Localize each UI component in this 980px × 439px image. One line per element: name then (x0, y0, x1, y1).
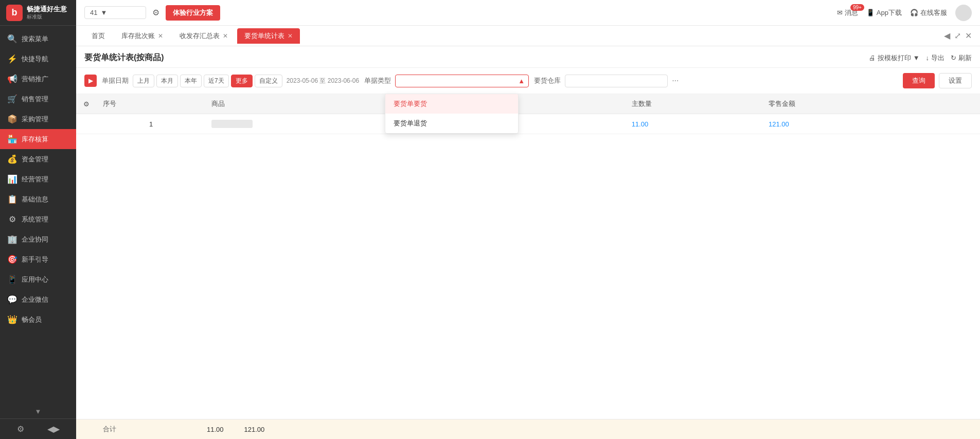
sidebar-item-label: 采购管理 (22, 115, 48, 124)
date-more-btn[interactable]: 更多 (231, 75, 253, 87)
sidebar-item-basic[interactable]: 📋 基础信息 (0, 189, 76, 209)
tab-expand-icon[interactable]: ⤢ (954, 31, 961, 41)
sidebar-item-label: 系统管理 (22, 215, 48, 224)
sidebar-item-operation[interactable]: 📊 经营管理 (0, 169, 76, 189)
topbar-right: ✉ 消息 99+ 📱 App下载 🎧 在线客服 (837, 5, 972, 21)
dropdown-item-order-req[interactable]: 要货单要货 (385, 94, 518, 114)
footer-label: 合计 (82, 425, 116, 434)
print-button[interactable]: 🖨 按模板打印 ▼ (869, 53, 920, 63)
tab-order-summary[interactable]: 要货单统计表 ✕ (237, 28, 300, 44)
sidebar-item-member[interactable]: 👑 畅会员 (0, 309, 76, 330)
wechat-icon: 💬 (7, 295, 17, 304)
warehouse-input[interactable] (565, 75, 668, 87)
refresh-button[interactable]: ↻ 刷新 (951, 53, 972, 63)
trial-button[interactable]: 体验行业方案 (166, 5, 220, 21)
gear-icon[interactable]: ⚙ (152, 8, 159, 17)
goods-blurred-text (211, 120, 253, 128)
amount-link[interactable]: 121.00 (769, 120, 789, 128)
sidebar-item-label: 企业微信 (22, 295, 48, 304)
mobile-icon: 📱 (866, 9, 875, 16)
warehouse-label: 要货仓库 (534, 76, 561, 85)
app-download-button[interactable]: 📱 App下载 (866, 8, 902, 17)
page-content: 要货单统计表(按商品) 🖨 按模板打印 ▼ ↓ 导出 ↻ 刷新 ▶ (76, 46, 980, 439)
date-curr-year-btn[interactable]: 本年 (180, 75, 202, 87)
tab-label: 要货单统计表 (244, 31, 284, 41)
sidebar-item-label: 应用中心 (22, 275, 48, 284)
export-icon: ↓ (926, 54, 930, 62)
messages-button[interactable]: ✉ 消息 99+ (837, 8, 858, 17)
warehouse-filter-section: 要货仓库 ··· (534, 75, 679, 87)
sidebar-item-label: 资金管理 (22, 155, 48, 164)
close-icon[interactable]: ✕ (223, 32, 228, 40)
sidebar-item-system[interactable]: ⚙ 系统管理 (0, 209, 76, 229)
sidebar-item-label: 经营管理 (22, 175, 48, 184)
export-button[interactable]: ↓ 导出 (926, 53, 945, 63)
sidebar-item-guide[interactable]: 🎯 新手引导 (0, 249, 76, 269)
more-options-icon[interactable]: ··· (672, 76, 679, 85)
tab-label: 库存批次账 (121, 31, 155, 41)
sidebar: b 畅捷通好生意 标准版 🔍 搜索菜单 ⚡ 快捷导航 📢 营销推广 🛒 销售管理… (0, 0, 76, 439)
sidebar-item-label: 畅会员 (22, 315, 42, 324)
type-input-wrapper: ▲ (395, 75, 529, 87)
brand-version: 标准版 (27, 13, 67, 20)
main-area: 41 ▼ ⚙ 体验行业方案 ✉ 消息 99+ 📱 App下载 🎧 在线客服 首页 (76, 0, 980, 439)
filter-expand-button[interactable]: ▶ (84, 75, 97, 87)
online-service-button[interactable]: 🎧 在线客服 (910, 8, 947, 17)
cell-spacer (928, 114, 980, 134)
table-row: 1 块 11.00 121.00 (76, 114, 980, 134)
table-footer: 合计 11.00 121.00 (76, 419, 980, 439)
message-icon: ✉ (837, 9, 843, 16)
settings-icon[interactable]: ⚙ (17, 424, 24, 434)
date-7days-btn[interactable]: 近7天 (204, 75, 229, 87)
filter-settings-button[interactable]: 设置 (939, 73, 972, 88)
page-header: 要货单统计表(按商品) 🖨 按模板打印 ▼ ↓ 导出 ↻ 刷新 (76, 46, 980, 68)
sidebar-scroll-down[interactable]: ▼ (0, 405, 76, 418)
sidebar-item-finance[interactable]: 💰 资金管理 (0, 149, 76, 169)
page-title: 要货单统计表(按商品) (84, 52, 164, 63)
sidebar-item-sales[interactable]: 🛒 销售管理 (0, 89, 76, 109)
sidebar-item-search[interactable]: 🔍 搜索菜单 (0, 29, 76, 49)
sidebar-item-wechat[interactable]: 💬 企业微信 (0, 289, 76, 309)
sidebar-item-purchase[interactable]: 📦 采购管理 (0, 109, 76, 129)
chevron-up-icon[interactable]: ▲ (518, 77, 525, 85)
topbar: 41 ▼ ⚙ 体验行业方案 ✉ 消息 99+ 📱 App下载 🎧 在线客服 (76, 0, 980, 26)
date-curr-month-btn[interactable]: 本月 (156, 75, 178, 87)
dropdown-item-order-ret[interactable]: 要货单退货 (385, 114, 518, 133)
tab-home-label: 首页 (92, 31, 105, 41)
tabs-bar: 首页 库存批次账 ✕ 收发存汇总表 ✕ 要货单统计表 ✕ ◀ ⤢ ✕ (76, 26, 980, 46)
qty-link[interactable]: 11.00 (632, 120, 649, 128)
table-header-row: ⚙ 序号 商品 主计量单位 主数量 零售金额 (76, 94, 980, 114)
tab-home[interactable]: 首页 (84, 28, 112, 44)
date-prev-month-btn[interactable]: 上月 (133, 75, 154, 87)
close-icon[interactable]: ✕ (158, 32, 163, 40)
marketing-icon: 📢 (7, 74, 17, 84)
column-settings[interactable]: ⚙ (76, 94, 97, 114)
guide-icon: 🎯 (7, 254, 17, 264)
sidebar-nav: 🔍 搜索菜单 ⚡ 快捷导航 📢 营销推广 🛒 销售管理 📦 采购管理 🏪 库存核… (0, 26, 76, 405)
sidebar-item-inventory[interactable]: 🏪 库存核算 (0, 129, 76, 149)
close-icon[interactable]: ✕ (288, 32, 293, 40)
sidebar-item-company[interactable]: 🏢 企业协同 (0, 229, 76, 249)
tab-receivable-summary[interactable]: 收发存汇总表 ✕ (172, 28, 235, 44)
sidebar-item-label: 基础信息 (22, 195, 48, 204)
tab-label: 收发存汇总表 (180, 31, 220, 41)
tab-inventory-batch[interactable]: 库存批次账 ✕ (114, 28, 170, 44)
date-custom-btn[interactable]: 自定义 (255, 75, 282, 87)
store-selector[interactable]: 41 ▼ (84, 6, 146, 19)
apps-icon: 📱 (7, 275, 17, 284)
user-avatar[interactable] (955, 5, 972, 21)
logo-icon: b (6, 5, 23, 21)
member-icon: 👑 (7, 315, 17, 324)
type-input[interactable] (395, 75, 529, 87)
chevron-down-icon: ▼ (913, 54, 920, 62)
refresh-icon: ↻ (951, 54, 956, 62)
tab-close-all-icon[interactable]: ✕ (965, 31, 972, 41)
query-button[interactable]: 查询 (903, 73, 935, 88)
logo-text: 畅捷通好生意 标准版 (27, 5, 67, 21)
column-amount: 零售金额 (762, 94, 928, 114)
sidebar-item-apps[interactable]: 📱 应用中心 (0, 269, 76, 289)
sidebar-item-quick[interactable]: ⚡ 快捷导航 (0, 49, 76, 69)
collapse-icon[interactable]: ◀▶ (47, 424, 60, 434)
tab-scroll-left-icon[interactable]: ◀ (944, 31, 950, 41)
sidebar-item-marketing[interactable]: 📢 营销推广 (0, 69, 76, 89)
